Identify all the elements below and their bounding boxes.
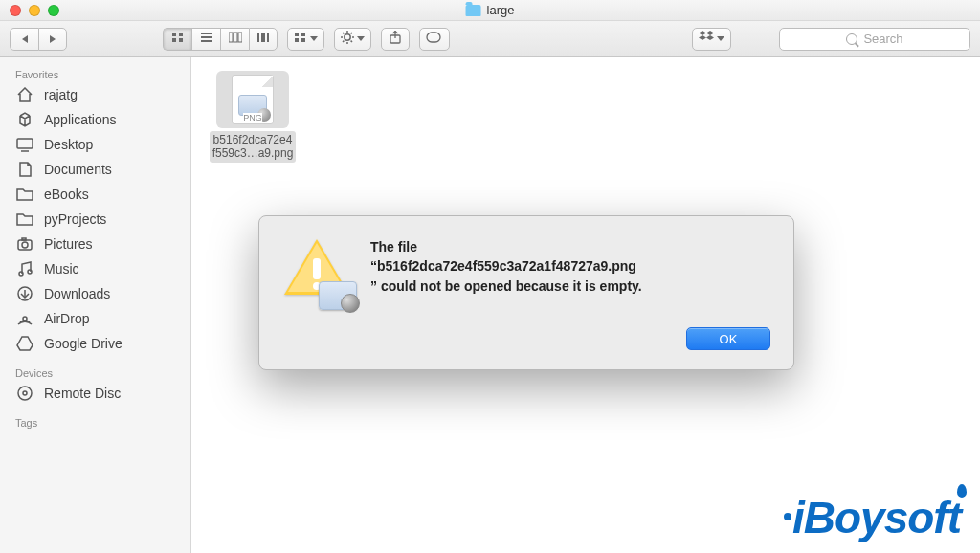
- sidebar-item-home[interactable]: rajatg: [0, 82, 190, 107]
- tags-button[interactable]: [419, 28, 450, 51]
- share-icon: [389, 31, 402, 47]
- svg-rect-28: [427, 33, 440, 42]
- file-item[interactable]: PNG b516f2dca72e4 f559c3…a9.png: [205, 71, 301, 163]
- music-icon: [15, 260, 34, 277]
- back-button[interactable]: [10, 28, 38, 51]
- ok-button-label: OK: [720, 332, 738, 346]
- svg-marker-32: [706, 35, 714, 40]
- sidebar-item-documents[interactable]: Documents: [0, 157, 190, 182]
- share-button[interactable]: [381, 28, 410, 51]
- view-coverflow-button[interactable]: [249, 28, 278, 51]
- icon-view-icon: [171, 32, 185, 46]
- sidebar: Favorites rajatg Applications Desktop Do…: [0, 57, 191, 553]
- folder-icon: [15, 186, 34, 203]
- sidebar-header-favorites: Favorites: [0, 65, 190, 82]
- svg-marker-30: [706, 31, 714, 35]
- sidebar-item-label: Documents: [44, 162, 112, 177]
- svg-rect-2: [172, 38, 176, 42]
- svg-line-22: [343, 33, 344, 33]
- svg-line-23: [351, 41, 352, 42]
- coverflow-view-icon: [256, 32, 270, 46]
- search-placeholder: Search: [863, 32, 902, 46]
- sidebar-item-label: pyProjects: [44, 211, 106, 227]
- desktop-icon: [15, 136, 34, 153]
- sidebar-item-label: Downloads: [44, 286, 110, 301]
- sidebar-item-applications[interactable]: Applications: [0, 107, 190, 132]
- view-list-button[interactable]: [191, 28, 220, 51]
- file-name: b516f2dca72e4 f559c3…a9.png: [210, 131, 297, 163]
- minimize-window-button[interactable]: [29, 5, 40, 16]
- svg-rect-0: [172, 33, 176, 36]
- svg-point-39: [28, 270, 32, 274]
- list-view-icon: [200, 32, 213, 46]
- toolbar: Search: [0, 21, 980, 57]
- search-field[interactable]: Search: [779, 28, 970, 51]
- close-window-button[interactable]: [10, 5, 21, 16]
- sidebar-item-label: eBooks: [44, 187, 89, 202]
- preview-app-icon: [319, 281, 357, 310]
- sidebar-item-pictures[interactable]: Pictures: [0, 232, 190, 256]
- svg-marker-31: [699, 35, 706, 40]
- svg-point-45: [23, 391, 27, 395]
- folder-icon: [466, 5, 481, 16]
- file-ext-label: PNG: [243, 113, 262, 123]
- file-thumbnail: PNG: [216, 71, 289, 128]
- sidebar-item-label: Music: [44, 261, 79, 276]
- arrange-button[interactable]: [287, 28, 324, 51]
- svg-point-36: [22, 242, 28, 248]
- chevron-down-icon: [717, 36, 724, 41]
- sidebar-item-desktop[interactable]: Desktop: [0, 132, 190, 157]
- svg-rect-12: [267, 33, 269, 42]
- gear-icon: [341, 31, 354, 47]
- applications-icon: [15, 111, 34, 128]
- view-icon-button[interactable]: [163, 28, 191, 51]
- view-column-button[interactable]: [220, 28, 249, 51]
- chevron-right-icon: [50, 35, 56, 43]
- svg-rect-33: [17, 139, 33, 148]
- column-view-icon: [229, 32, 242, 46]
- svg-marker-43: [17, 337, 33, 350]
- nav-buttons: [10, 28, 67, 51]
- sidebar-item-pyprojects[interactable]: pyProjects: [0, 207, 190, 232]
- alert-line: “b516f2dca72e4f559c3a72a1f48727a9.png: [370, 258, 636, 274]
- watermark-text: ft: [933, 492, 961, 543]
- svg-rect-37: [22, 238, 26, 240]
- svg-line-24: [343, 41, 344, 42]
- folder-icon: [15, 210, 34, 228]
- fullscreen-window-button[interactable]: [48, 5, 59, 16]
- window-title: large: [466, 3, 515, 17]
- watermark-logo: iBoyso ft: [783, 492, 961, 543]
- airdrop-icon: [15, 310, 34, 327]
- arrange-icon: [294, 32, 307, 46]
- sidebar-item-downloads[interactable]: Downloads: [0, 281, 190, 306]
- svg-point-38: [19, 272, 23, 276]
- forward-button[interactable]: [38, 28, 67, 51]
- googledrive-icon: [15, 335, 34, 352]
- action-button[interactable]: [334, 28, 371, 51]
- sidebar-item-airdrop[interactable]: AirDrop: [0, 306, 190, 331]
- traffic-lights: [10, 5, 59, 16]
- sidebar-item-label: rajatg: [44, 87, 78, 102]
- sidebar-header-tags: Tags: [0, 413, 190, 431]
- file-name-line: b516f2dca72e4: [213, 133, 293, 146]
- sidebar-item-ebooks[interactable]: eBooks: [0, 182, 190, 207]
- disc-icon: [15, 385, 34, 402]
- sidebar-item-googledrive[interactable]: Google Drive: [0, 331, 190, 356]
- chevron-left-icon: [22, 35, 28, 43]
- sidebar-item-label: Applications: [44, 112, 117, 127]
- ok-button[interactable]: OK: [686, 327, 770, 350]
- dropbox-button[interactable]: [692, 28, 731, 51]
- svg-marker-29: [699, 31, 706, 35]
- sidebar-item-label: Remote Disc: [44, 386, 121, 401]
- sidebar-item-music[interactable]: Music: [0, 256, 190, 281]
- sidebar-item-label: Pictures: [44, 236, 93, 252]
- sidebar-header-devices: Devices: [0, 364, 190, 381]
- alert-message: The file “b516f2dca72e4f559c3a72a1f48727…: [370, 237, 642, 306]
- svg-rect-16: [301, 38, 305, 42]
- svg-rect-11: [261, 33, 265, 42]
- home-icon: [15, 86, 34, 103]
- sidebar-item-remotedisc[interactable]: Remote Disc: [0, 381, 190, 406]
- search-icon: [846, 33, 858, 45]
- file-name-line: f559c3…a9.png: [212, 146, 294, 160]
- svg-point-17: [345, 34, 350, 40]
